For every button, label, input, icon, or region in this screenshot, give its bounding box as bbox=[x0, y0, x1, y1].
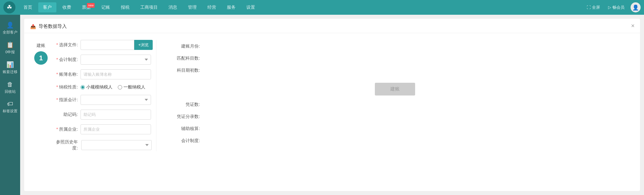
step-badge: 1 bbox=[34, 51, 48, 65]
build-month-row: 建账月份: bbox=[170, 43, 620, 49]
radio-small-tax[interactable]: 小规模纳税人 bbox=[81, 84, 112, 90]
affiliated-company-input[interactable] bbox=[81, 124, 151, 134]
tax-type-group: 小规模纳税人 一般纳税人 bbox=[81, 84, 145, 90]
radio-general-tax-label: 一般纳税人 bbox=[123, 84, 145, 90]
build-section: 建账 1 bbox=[34, 43, 48, 65]
accounting-system-row: 会计制度: bbox=[54, 55, 153, 65]
ref-history-row: 参照历史年度: bbox=[54, 139, 153, 151]
nav-item-tax[interactable]: 报税 bbox=[116, 2, 134, 12]
file-select-row: 选择文件: +浏览 bbox=[54, 40, 153, 50]
assign-accountant-label: 指派会计: bbox=[54, 97, 78, 103]
tax-type-row: 纳税性质: 小规模纳税人 一般纳税人 bbox=[54, 84, 153, 90]
voucher-entries-row: 凭证分录数: bbox=[170, 114, 620, 120]
nav-item-home[interactable]: 首页 bbox=[19, 2, 37, 12]
radio-small-tax-label: 小规模纳税人 bbox=[86, 84, 112, 90]
play-icon: ▷ bbox=[608, 5, 611, 10]
radio-small-tax-input[interactable] bbox=[81, 85, 85, 89]
fullscreen-label: 全屏 bbox=[592, 5, 600, 10]
nav-item-invoice[interactable]: 票据new bbox=[77, 2, 95, 12]
nav-item-service[interactable]: 服务 bbox=[222, 2, 240, 12]
ledger-name-row: 账簿名称: bbox=[54, 69, 153, 79]
migration-icon: 📊 bbox=[6, 61, 14, 68]
radio-general-tax[interactable]: 一般纳税人 bbox=[118, 84, 145, 90]
nav-item-customer[interactable]: 客户 bbox=[38, 2, 56, 12]
nav-item-business[interactable]: 工商项目 bbox=[136, 2, 162, 12]
panel-title: 导爸数据导入 bbox=[39, 23, 67, 29]
sidebar: 👤 全部客户 📋 0申报 📊 账套迁移 🗑 回收站 🏷 标签设置 bbox=[0, 15, 20, 195]
sidebar-item-declaration[interactable]: 📋 0申报 bbox=[0, 38, 20, 58]
user-icon: 👤 bbox=[632, 4, 639, 11]
info-accounting-system-label: 会计制度: bbox=[170, 138, 200, 144]
sidebar-item-label: 0申报 bbox=[5, 50, 15, 54]
sidebar-item-all-customers[interactable]: 👤 全部客户 bbox=[0, 18, 20, 38]
trash-icon: 🗑 bbox=[7, 81, 13, 88]
affiliated-company-row: 所属企业: bbox=[54, 124, 153, 134]
member-btn[interactable]: ▷ 畅会员 bbox=[606, 4, 627, 11]
build-label: 建账 bbox=[37, 43, 45, 49]
tag-icon: 🏷 bbox=[7, 101, 13, 108]
ledger-name-input[interactable] bbox=[81, 69, 151, 79]
subject-initial-row: 科目期初数: bbox=[170, 67, 620, 73]
member-label: 畅会员 bbox=[612, 5, 625, 10]
ref-history-select[interactable] bbox=[81, 140, 152, 150]
browse-button[interactable]: +浏览 bbox=[134, 40, 153, 50]
nav-item-manage[interactable]: 管理 bbox=[183, 2, 201, 12]
assign-accountant-row: 指派会计: bbox=[54, 95, 153, 105]
main-layout: 👤 全部客户 📋 0申报 📊 账套迁移 🗑 回收站 🏷 标签设置 📤 导爸数据导… bbox=[0, 15, 644, 195]
form-left: 建账 1 选择文件: +浏览 bbox=[34, 40, 153, 151]
close-button[interactable]: × bbox=[631, 23, 635, 29]
radio-general-tax-input[interactable] bbox=[118, 85, 122, 89]
fullscreen-btn[interactable]: ⛶ 全屏 bbox=[585, 4, 602, 11]
memo-code-label: 助记码: bbox=[54, 112, 78, 118]
memo-code-row: 助记码: bbox=[54, 110, 153, 120]
panel: 📤 导爸数据导入 × 建账 1 bbox=[24, 19, 640, 191]
nav-item-settings[interactable]: 设置 bbox=[242, 2, 260, 12]
form-body: 建账 1 选择文件: +浏览 bbox=[24, 33, 640, 158]
sidebar-item-account-migration[interactable]: 📊 账套迁移 bbox=[0, 58, 20, 77]
voucher-row: 凭证数: bbox=[170, 102, 620, 108]
affiliated-company-label: 所属企业: bbox=[54, 126, 78, 132]
sidebar-item-tag-settings[interactable]: 🏷 标签设置 bbox=[0, 97, 20, 117]
match-subject-row: 匹配科目数: bbox=[170, 55, 620, 61]
app-logo: ☘ bbox=[3, 1, 15, 13]
sidebar-item-label: 全部客户 bbox=[3, 30, 17, 35]
user-icon: 👤 bbox=[6, 21, 14, 29]
build-button[interactable]: 建账 bbox=[375, 83, 415, 95]
nav-item-account[interactable]: 记账 bbox=[97, 2, 115, 12]
nav-items: 首页客户收费票据new记账报税工商项目消息管理经营服务设置 bbox=[19, 2, 585, 12]
declaration-icon: 📋 bbox=[6, 41, 14, 49]
file-input-group: +浏览 bbox=[81, 40, 153, 50]
voucher-label: 凭证数: bbox=[170, 102, 200, 108]
sidebar-item-label: 账套迁移 bbox=[3, 70, 17, 74]
fullscreen-icon: ⛶ bbox=[587, 5, 591, 10]
top-nav: ☘ 首页客户收费票据new记账报税工商项目消息管理经营服务设置 ⛶ 全屏 ▷ 畅… bbox=[0, 0, 644, 15]
sidebar-item-recycle[interactable]: 🗑 回收站 bbox=[0, 78, 20, 97]
build-btn-area: 建账 bbox=[170, 83, 620, 95]
vertical-divider bbox=[156, 40, 156, 151]
file-input[interactable] bbox=[81, 40, 134, 50]
sidebar-item-label: 回收站 bbox=[5, 89, 16, 94]
subject-initial-label: 科目期初数: bbox=[170, 67, 200, 73]
ledger-name-label: 账簿名称: bbox=[54, 71, 78, 77]
ref-history-label: 参照历史年度: bbox=[54, 139, 78, 151]
assign-accountant-select[interactable] bbox=[81, 95, 151, 105]
nav-item-operation[interactable]: 经营 bbox=[203, 2, 221, 12]
accounting-system-select[interactable] bbox=[81, 55, 151, 65]
content-area: 📤 导爸数据导入 × 建账 1 bbox=[20, 15, 644, 195]
info-accounting-system-row: 会计制度: bbox=[170, 138, 620, 144]
build-month-label: 建账月份: bbox=[170, 43, 200, 49]
panel-header: 📤 导爸数据导入 × bbox=[24, 19, 640, 33]
right-actions: ⛶ 全屏 ▷ 畅会员 👤 bbox=[585, 2, 641, 12]
match-subject-label: 匹配科目数: bbox=[170, 55, 200, 61]
tax-type-label: 纳税性质: bbox=[54, 84, 78, 90]
sidebar-item-label: 标签设置 bbox=[3, 109, 17, 113]
nav-item-message[interactable]: 消息 bbox=[164, 2, 182, 12]
memo-code-input[interactable] bbox=[81, 110, 151, 120]
avatar[interactable]: 👤 bbox=[631, 2, 641, 12]
form-rows: 选择文件: +浏览 会计制度: bbox=[54, 40, 153, 151]
aux-accounting-row: 辅助核算: bbox=[170, 126, 620, 132]
nav-item-fee[interactable]: 收费 bbox=[58, 2, 76, 12]
info-panel: 建账月份: 匹配科目数: 科目期初数: 建账 bbox=[160, 40, 630, 151]
voucher-entries-label: 凭证分录数: bbox=[170, 114, 200, 120]
accounting-system-label: 会计制度: bbox=[54, 57, 78, 63]
